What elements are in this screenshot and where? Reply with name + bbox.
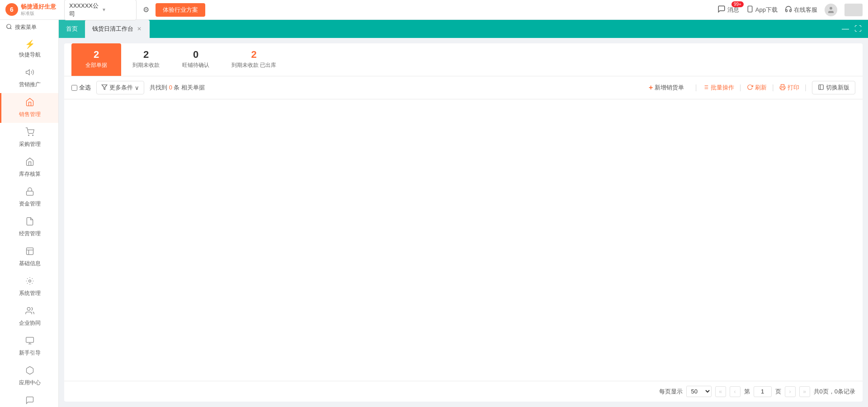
batch-ops-label: 批量操作 <box>711 84 734 92</box>
online-service-button[interactable]: 在线客服 <box>785 5 817 14</box>
prev-page-button[interactable]: ‹ <box>730 386 741 397</box>
sidebar-item-finance[interactable]: 资金管理 <box>0 182 58 212</box>
main-layout: 搜索菜单 ⚡ 快捷导航 营销推广 销售管理 采购管理 <box>0 20 868 407</box>
marketing-icon <box>25 68 34 79</box>
filter-button[interactable]: 更多条件 ∨ <box>96 81 144 94</box>
stats-tabs: 2 全部单据 2 到期未收款 0 旺铺待确认 2 到期未收款 已出库 <box>64 43 863 76</box>
tab-close-icon[interactable]: ✕ <box>136 26 142 32</box>
online-service-label: 在线客服 <box>794 6 817 14</box>
company-selector[interactable]: XXXXXX公司 ▼ <box>64 0 137 20</box>
select-all-label: 全选 <box>79 84 91 92</box>
print-label: 打印 <box>788 84 799 92</box>
total-info: 共0页，0条记录 <box>814 388 855 396</box>
sidebar: 搜索菜单 ⚡ 快捷导航 营销推广 销售管理 采购管理 <box>0 20 59 407</box>
search-menu-item[interactable]: 搜索菜单 <box>0 20 58 35</box>
tab-home[interactable]: 首页 <box>59 20 85 38</box>
logo-area: 6 畅捷通好生意 标准版 <box>5 3 64 17</box>
sidebar-item-app-center[interactable]: 应用中心 <box>0 361 58 391</box>
operation-label: 经营管理 <box>19 230 41 238</box>
cooperation-icon <box>25 306 34 318</box>
toolbar: 全选 更多条件 ∨ 共找到 0 条 相关单据 <box>64 76 863 99</box>
tab-bar: 首页 钱货日清工作台 ✕ — ⛶ <box>59 20 868 38</box>
app-download-button[interactable]: App下载 <box>746 5 778 14</box>
stat-tab-overdue-shipped[interactable]: 2 到期未收款 已出库 <box>221 43 287 76</box>
sidebar-item-quick-nav[interactable]: ⚡ 快捷导航 <box>0 35 58 63</box>
avatar[interactable] <box>825 4 837 16</box>
switch-version-label: 切换新版 <box>826 84 849 92</box>
app-download-label: App下载 <box>755 6 778 14</box>
stat-all-count: 2 <box>94 49 99 61</box>
tab-bar-actions: — ⛶ <box>839 23 868 35</box>
select-all-checkbox[interactable]: 全选 <box>71 84 91 92</box>
guide-label: 新手引导 <box>19 349 41 357</box>
sidebar-item-operation[interactable]: 经营管理 <box>0 212 58 242</box>
inventory-icon <box>25 157 34 168</box>
batch-ops-button[interactable]: 批量操作 <box>703 84 734 92</box>
divider-4: | <box>805 84 807 92</box>
sidebar-item-inventory[interactable]: 库存核算 <box>0 153 58 182</box>
per-page-select[interactable]: 50 100 200 <box>686 386 712 397</box>
message-button[interactable]: 消息 99+ <box>717 5 739 14</box>
stat-tab-overdue[interactable]: 2 到期未收款 <box>121 43 171 76</box>
switch-version-button[interactable]: 切换新版 <box>812 81 855 94</box>
divider-3: | <box>772 84 774 92</box>
svg-line-4 <box>10 28 12 29</box>
filter-icon <box>101 84 108 92</box>
refresh-icon <box>747 84 753 92</box>
svg-point-2 <box>830 7 832 9</box>
sidebar-item-enterprise-wechat[interactable]: 企业微信 <box>0 391 58 407</box>
page-number-input[interactable] <box>754 386 772 397</box>
sidebar-item-purchase[interactable]: 采购管理 <box>0 123 58 153</box>
content-area: 首页 钱货日清工作台 ✕ — ⛶ 2 全部单据 <box>59 20 868 407</box>
trial-button[interactable]: 体验行业方案 <box>156 3 205 17</box>
print-icon <box>779 84 786 92</box>
sidebar-item-sales[interactable]: 销售管理 <box>0 93 58 123</box>
app-center-icon <box>25 366 34 377</box>
per-page-label: 每页显示 <box>659 388 683 396</box>
system-label: 系统管理 <box>19 290 41 297</box>
settings-icon[interactable]: ⚙ <box>139 3 153 17</box>
stat-overdue-label: 到期未收款 <box>132 61 160 69</box>
tab-cash-daily[interactable]: 钱货日清工作台 ✕ <box>85 20 150 38</box>
tab-minimize-button[interactable]: — <box>839 23 852 35</box>
sidebar-item-cooperation[interactable]: 企业协同 <box>0 302 58 332</box>
sidebar-item-guide[interactable]: 新手引导 <box>0 332 58 361</box>
message-badge: 99+ <box>731 1 744 7</box>
sidebar-item-system[interactable]: 系统管理 <box>0 272 58 302</box>
svg-rect-0 <box>748 6 752 12</box>
basic-info-icon <box>25 247 34 258</box>
last-page-button[interactable]: » <box>799 386 810 397</box>
svg-rect-14 <box>26 337 34 343</box>
refresh-button[interactable]: 刷新 <box>747 84 767 92</box>
finance-icon <box>25 187 34 198</box>
first-page-button[interactable]: « <box>715 386 726 397</box>
sidebar-item-basic-info[interactable]: 基础信息 <box>0 242 58 272</box>
stat-all-label: 全部单据 <box>85 61 107 69</box>
svg-point-6 <box>28 135 29 136</box>
add-bill-label: 新增销货单 <box>655 84 684 92</box>
switch-version-icon <box>818 84 824 92</box>
stat-tab-wangpu[interactable]: 0 旺铺待确认 <box>171 43 221 76</box>
app-center-label: 应用中心 <box>19 379 41 387</box>
svg-rect-25 <box>819 85 824 90</box>
message-icon <box>717 5 726 14</box>
page-prefix-label: 第 <box>744 388 750 396</box>
operation-icon <box>25 217 34 228</box>
print-button[interactable]: 打印 <box>779 84 799 92</box>
purchase-icon <box>25 127 34 139</box>
tab-maximize-button[interactable]: ⛶ <box>852 23 864 35</box>
next-page-button[interactable]: › <box>785 386 796 397</box>
stat-wangpu-label: 旺铺待确认 <box>182 61 209 69</box>
purchase-label: 采购管理 <box>19 140 41 148</box>
inventory-label: 库存核算 <box>19 170 41 178</box>
sidebar-item-marketing[interactable]: 营销推广 <box>0 63 58 93</box>
inner-content: 2 全部单据 2 到期未收款 0 旺铺待确认 2 到期未收款 已出库 <box>64 43 863 402</box>
svg-point-13 <box>27 308 30 311</box>
add-bill-button[interactable]: + 新增销货单 <box>643 81 689 94</box>
stat-overdue-shipped-label: 到期未收款 已出库 <box>231 61 276 69</box>
select-all-input[interactable] <box>71 85 77 91</box>
marketing-label: 营销推广 <box>19 81 41 89</box>
stat-tab-all[interactable]: 2 全部单据 <box>71 43 121 76</box>
finance-label: 资金管理 <box>19 200 41 208</box>
svg-rect-8 <box>27 191 33 195</box>
